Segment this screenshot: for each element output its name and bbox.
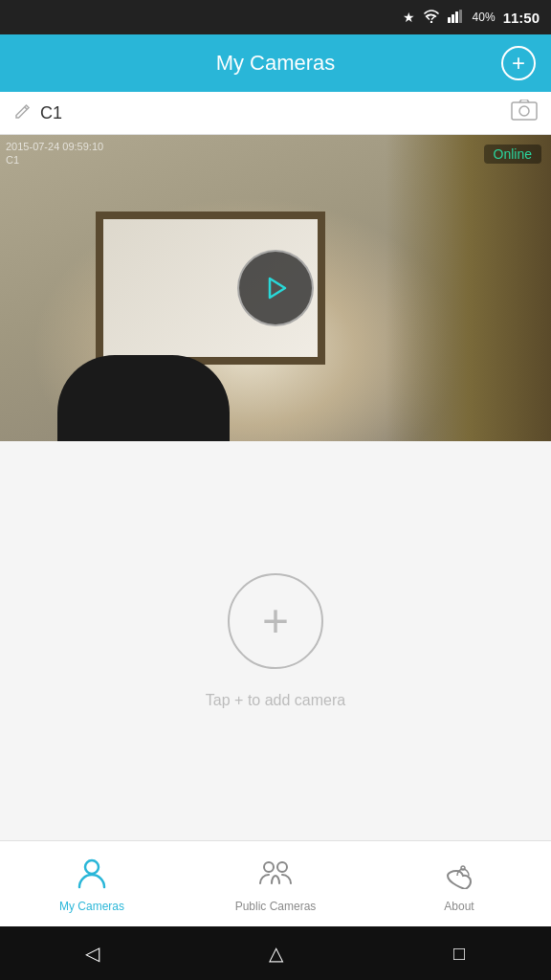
about-label: About	[444, 900, 474, 913]
system-navigation: ◁ △ □	[0, 926, 551, 980]
add-camera-top-button[interactable]: +	[501, 46, 536, 80]
status-bar: ★ 40% 11:50	[0, 0, 551, 34]
screenshot-icon[interactable]	[511, 100, 538, 126]
svg-rect-3	[455, 11, 458, 23]
svg-rect-1	[448, 17, 451, 23]
svg-rect-5	[512, 102, 537, 120]
wifi-icon	[423, 10, 440, 26]
camera-header: C1	[0, 92, 551, 135]
bottom-navigation: My Cameras Public Cameras About	[0, 840, 551, 926]
nav-item-public-cameras[interactable]: Public Cameras	[184, 841, 367, 926]
home-button[interactable]: △	[256, 934, 295, 972]
empty-camera-area: + Tap + to add camera	[0, 441, 551, 840]
camera-name-label: C1	[40, 103, 62, 123]
svg-rect-4	[459, 10, 462, 23]
svg-point-10	[277, 862, 287, 872]
svg-point-8	[85, 860, 99, 874]
public-cameras-icon	[258, 855, 293, 896]
camera-label-overlay: C1	[6, 154, 19, 166]
my-cameras-icon	[75, 855, 109, 896]
star-icon: ★	[403, 10, 415, 25]
signal-icon	[448, 10, 465, 26]
recent-apps-button[interactable]: □	[440, 934, 478, 972]
svg-rect-2	[452, 14, 454, 23]
camera-preview[interactable]: 2015-07-24 09:59:10 C1 Online	[0, 135, 551, 441]
time-display: 11:50	[503, 10, 540, 26]
tap-hint-text: Tap + to add camera	[206, 692, 345, 709]
online-status-badge: Online	[484, 145, 541, 164]
my-cameras-label: My Cameras	[59, 900, 124, 913]
nav-item-my-cameras[interactable]: My Cameras	[0, 841, 184, 926]
camera-timestamp: 2015-07-24 09:59:10	[6, 141, 103, 152]
svg-point-6	[519, 106, 529, 116]
camera-name-area: C1	[13, 101, 62, 125]
camera-figure-element	[57, 355, 230, 441]
camera-card: C1 2015-07-24 09:59:10 C1 Online	[0, 92, 551, 441]
svg-point-9	[264, 862, 274, 872]
play-button[interactable]	[237, 250, 314, 326]
app-title: My Cameras	[50, 51, 501, 76]
svg-marker-7	[270, 278, 285, 298]
about-icon	[442, 855, 476, 896]
edit-camera-icon[interactable]	[13, 101, 33, 125]
back-button[interactable]: ◁	[73, 934, 111, 972]
nav-item-about[interactable]: About	[367, 841, 551, 926]
public-cameras-label: Public Cameras	[235, 900, 317, 913]
svg-point-0	[430, 20, 431, 22]
play-icon	[258, 271, 293, 305]
app-bar: My Cameras +	[0, 34, 551, 92]
add-camera-button[interactable]: +	[228, 573, 323, 669]
battery-indicator: 40%	[473, 11, 496, 24]
